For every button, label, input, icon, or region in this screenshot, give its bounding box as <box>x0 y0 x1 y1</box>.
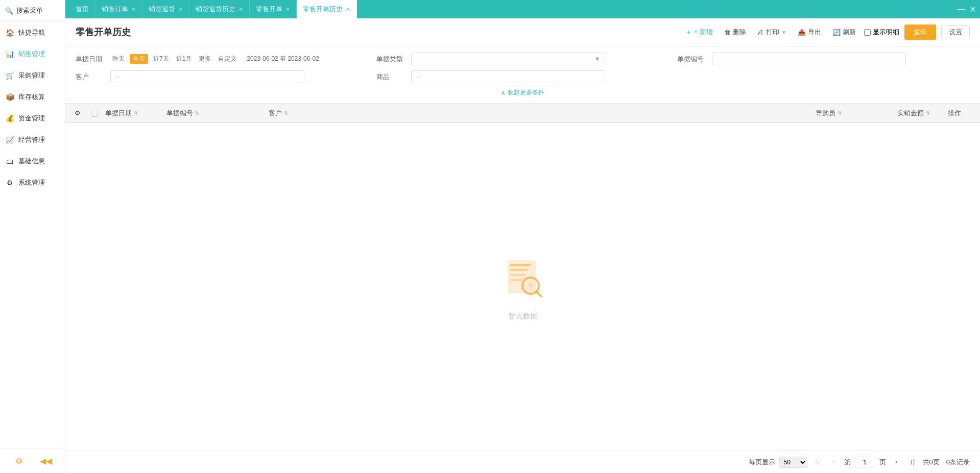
export-button[interactable]: 📤 导出 <box>795 26 824 39</box>
close-retail-open-icon[interactable]: ✕ <box>285 6 290 13</box>
tab-retail-open[interactable]: 零售开单 ✕ <box>250 0 297 18</box>
sidebar-search[interactable]: 🔍 搜索采单 <box>0 0 65 22</box>
sort-docno-icon[interactable]: ⇅ <box>195 110 199 116</box>
print-button[interactable]: 🖨 打印 ▼ <box>754 26 790 39</box>
table-settings-btn[interactable]: ⚙ <box>70 109 87 117</box>
delete-button[interactable]: 🗑 删除 <box>721 26 749 39</box>
sidebar-item-basic[interactable]: 🗃 基础信息 <box>0 151 65 172</box>
col-header-date[interactable]: 单据日期 ⇅ <box>101 109 162 118</box>
sidebar: 🔍 搜索采单 🏠 快捷导航 📊 销售管理 🛒 采购管理 📦 库存核算 💰 资金管… <box>0 0 65 473</box>
display-col-toggle[interactable]: 显示明细 <box>864 28 899 37</box>
tab-sales-order[interactable]: 销售订单 ✕ <box>95 0 142 18</box>
sidebar-item-inventory[interactable]: 📦 库存核算 <box>0 86 65 108</box>
tab-sales-return[interactable]: 销货退货 ✕ <box>142 0 189 18</box>
tab-home[interactable]: 首页 <box>69 0 95 18</box>
finance-icon: 💰 <box>5 114 14 123</box>
sidebar-item-purchase[interactable]: 🛒 采购管理 <box>0 65 65 86</box>
sidebar-item-label: 采购管理 <box>18 71 45 80</box>
col-header-amount[interactable]: 实销金额 ⇅ <box>873 109 934 118</box>
sidebar-item-sales[interactable]: 📊 销售管理 <box>0 43 65 65</box>
date-yesterday[interactable]: 昨天 <box>110 54 127 64</box>
inventory-icon: 📦 <box>5 92 14 102</box>
close-sales-return-icon[interactable]: ✕ <box>178 6 183 13</box>
add-button[interactable]: ＋ + 新增 <box>682 26 716 39</box>
close-btn[interactable]: ✕ <box>969 5 976 14</box>
filter-more-toggle[interactable]: ∧ 收起更多条件 <box>76 88 970 97</box>
page-title: 零售开单历史 <box>76 26 131 44</box>
table-select-all[interactable] <box>87 110 101 117</box>
settings-button[interactable]: 设置 <box>941 25 970 39</box>
sidebar-item-quick-nav[interactable]: 🏠 快捷导航 <box>0 22 65 43</box>
date-custom[interactable]: 自定义 <box>216 54 238 64</box>
doc-no-filter: 单据编号 <box>677 53 970 65</box>
svg-rect-2 <box>510 269 528 271</box>
query-button[interactable]: 查询 <box>904 24 936 40</box>
col-amount-label: 实销金额 <box>897 109 924 118</box>
tab-retail-open-history-label: 零售开单历史 <box>303 5 343 14</box>
display-col-checkbox[interactable] <box>864 29 871 36</box>
page-number-input[interactable] <box>855 457 875 467</box>
sidebar-item-system[interactable]: ⚙ 系统管理 <box>0 172 65 193</box>
operations-icon: 📈 <box>5 135 14 144</box>
customer-label: 客户 <box>76 72 106 82</box>
display-col-label: 显示明细 <box>873 28 899 37</box>
goods-input[interactable]: ··· <box>411 70 605 83</box>
date-today[interactable]: 今天 <box>130 54 148 64</box>
goods-label: 商品 <box>376 72 407 82</box>
empty-text: 暂无数据 <box>509 312 537 321</box>
sidebar-item-label: 经营管理 <box>18 135 45 144</box>
sidebar-item-label: 基础信息 <box>18 157 45 166</box>
page-suffix: 页 <box>879 458 886 467</box>
toolbar: ＋ + 新增 🗑 删除 🖨 打印 ▼ 📤 导出 🔄 <box>682 24 970 46</box>
col-header-docno[interactable]: 单据编号 ⇅ <box>162 109 265 118</box>
date-more[interactable]: 更多 <box>197 54 213 64</box>
window-controls: — ✕ <box>957 5 976 14</box>
col-header-customer[interactable]: 客户 ⇅ <box>265 109 811 118</box>
svg-rect-3 <box>510 274 525 276</box>
collapse-footer-btn[interactable]: ◀◀ <box>39 454 53 468</box>
refresh-button[interactable]: 🔄 刷新 <box>829 26 859 39</box>
page-prev-btn[interactable]: ＜ <box>828 456 840 468</box>
tab-sales-return-history[interactable]: 销货退货历史 ✕ <box>189 0 250 18</box>
per-page-label: 每页显示 <box>749 458 775 467</box>
customer-input[interactable]: ··· <box>110 70 304 83</box>
filter-row-1: 单据日期 昨天 今天 近7天 近1月 更多 自定义 2023-06-02 至 2… <box>76 53 970 65</box>
sales-icon: 📊 <box>5 49 14 59</box>
sort-amount-icon[interactable]: ⇅ <box>926 110 930 116</box>
page-next-btn[interactable]: ＞ <box>890 456 902 468</box>
refresh-label: 刷新 <box>843 28 856 37</box>
close-retail-open-history-icon[interactable]: ✕ <box>346 6 350 13</box>
export-icon: 📤 <box>798 29 806 36</box>
doc-no-label: 单据编号 <box>677 55 708 64</box>
doc-no-input[interactable] <box>712 53 906 65</box>
close-sales-return-history-icon[interactable]: ✕ <box>238 6 243 13</box>
system-icon: ⚙ <box>5 178 14 187</box>
date-1month[interactable]: 近1月 <box>174 54 194 64</box>
select-all-checkbox[interactable] <box>91 110 98 117</box>
table-area: ⚙ 单据日期 ⇅ 单据编号 ⇅ 客户 ⇅ 导购员 ⇅ <box>65 104 980 451</box>
sort-date-icon[interactable]: ⇅ <box>134 110 138 116</box>
date-filter-label: 单据日期 <box>76 55 106 64</box>
sidebar-item-operations[interactable]: 📈 经营管理 <box>0 129 65 151</box>
col-date-label: 单据日期 <box>105 109 132 118</box>
tab-home-label: 首页 <box>76 5 89 14</box>
date-7days[interactable]: 近7天 <box>151 54 171 64</box>
chevron-down-icon: ▼ <box>594 55 601 63</box>
chevron-up-icon: ∧ <box>501 89 506 96</box>
tab-retail-open-history[interactable]: 零售开单历史 ✕ <box>297 0 357 18</box>
page-label: 第 <box>844 458 851 467</box>
ellipsis-icon: ··· <box>115 73 121 81</box>
col-header-op: 操作 <box>934 109 975 118</box>
sort-customer-icon[interactable]: ⇅ <box>284 110 288 116</box>
page-size-select[interactable]: 50 10 20 100 <box>779 457 807 468</box>
col-header-guide[interactable]: 导购员 ⇅ <box>811 109 873 118</box>
svg-rect-4 <box>510 279 523 281</box>
doc-type-select[interactable]: ▼ <box>411 53 605 65</box>
page-first-btn[interactable]: ⟨⟨ <box>811 456 824 468</box>
page-last-btn[interactable]: ⟩⟩ <box>906 456 919 468</box>
settings-footer-btn[interactable]: ⚙ <box>12 454 26 468</box>
close-sales-order-icon[interactable]: ✕ <box>131 6 136 13</box>
sidebar-item-finance[interactable]: 💰 资金管理 <box>0 108 65 129</box>
sort-guide-icon[interactable]: ⇅ <box>838 110 842 116</box>
filter-more-label: 收起更多条件 <box>508 88 544 97</box>
